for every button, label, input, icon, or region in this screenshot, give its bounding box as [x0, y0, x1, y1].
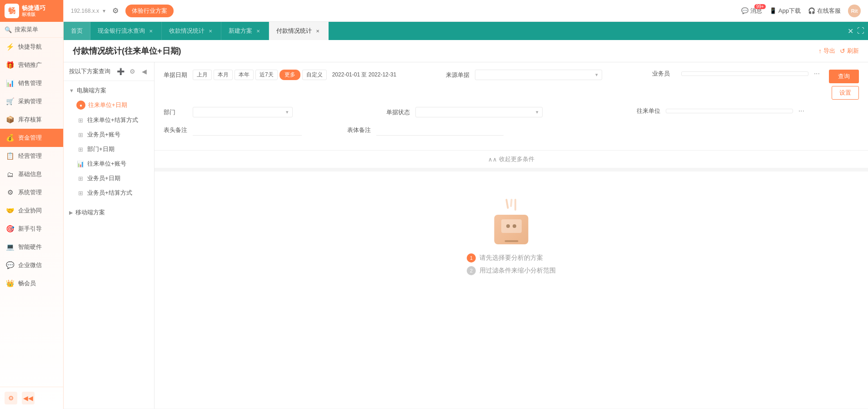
- desktop-section-title[interactable]: ▼ 电脑端方案: [64, 84, 154, 97]
- staff-label: 业务员: [652, 70, 678, 78]
- scheme-grid-icon-2: ⊞: [76, 131, 85, 139]
- date-btn-7days[interactable]: 近7天: [255, 70, 278, 80]
- sidebar-item-member[interactable]: 👑 畅会员: [0, 274, 63, 293]
- online-service-btn[interactable]: 🎧 在线客服: [808, 7, 841, 15]
- tab-close-receivable[interactable]: ✕: [207, 28, 214, 34]
- scheme-item-staff-settlement[interactable]: ⊞ 业务员+结算方式: [64, 186, 154, 200]
- scheme-item-partner-account[interactable]: 📊 往来单位+账号: [64, 157, 154, 171]
- header-remark-input[interactable]: [193, 125, 302, 136]
- sidebar-item-guide[interactable]: 🎯 新手引导: [0, 220, 63, 238]
- sales-icon: 📊: [5, 79, 15, 88]
- dept-label: 部门: [164, 108, 189, 116]
- add-scheme-btn[interactable]: ➕: [116, 67, 125, 76]
- message-badge: 99+: [754, 4, 766, 9]
- scheme-sidebar-header: 按以下方案查询 ➕ ⚙ ◀: [64, 62, 154, 81]
- body-remark-field: 表体备注: [347, 125, 504, 136]
- filter-content: 单据日期 上月 本月 本年 近7天 更多 自定义 2022-01-01 至 20…: [155, 62, 868, 150]
- scheme-settings-btn[interactable]: ⚙: [128, 67, 137, 76]
- tab-new-scheme[interactable]: 新建方案 ✕: [221, 22, 269, 40]
- date-btn-this-year[interactable]: 本年: [234, 70, 254, 80]
- tab-cash-flow[interactable]: 现金银行流水查询 ✕: [90, 22, 162, 40]
- tabs-actions: ✕ ⛶: [844, 22, 868, 40]
- sidebar-item-shortcut[interactable]: ⚡ 快捷导航: [0, 38, 63, 56]
- sidebar-item-operations[interactable]: 📋 经营管理: [0, 147, 63, 165]
- guide-icon: 🎯: [5, 224, 15, 233]
- date-btn-this-month[interactable]: 本月: [214, 70, 233, 80]
- sidebar-item-system[interactable]: ⚙ 系统管理: [0, 183, 63, 202]
- header-settings-btn[interactable]: ⚙: [109, 5, 122, 17]
- dept-arrow-icon: ▾: [286, 109, 289, 115]
- settings-btn[interactable]: 设置: [832, 86, 859, 100]
- export-btn[interactable]: ↑ 导出: [818, 47, 835, 55]
- collapse-bar[interactable]: ∧∧ 收起更多条件: [155, 150, 868, 168]
- user-avatar[interactable]: Rit: [848, 5, 861, 17]
- date-btn-more[interactable]: 更多: [279, 70, 300, 80]
- date-field: 单据日期 上月 本月 本年 近7天 更多 自定义 2022-01-01 至 20…: [164, 70, 396, 80]
- marketing-icon: 🎁: [5, 61, 15, 70]
- collapse-arrow-icon: ∧∧: [488, 156, 497, 163]
- sidebar-item-wechat[interactable]: 💬 企业微信: [0, 256, 63, 274]
- dept-field: 部门 ▾: [164, 107, 293, 117]
- doc-status-select[interactable]: ▾: [415, 107, 543, 117]
- scheme-item-partner-date[interactable]: ● 往来单位+日期: [64, 97, 154, 113]
- sidebar-item-hardware[interactable]: 💻 智能硬件: [0, 238, 63, 256]
- header-dropdown-btn[interactable]: ▾: [103, 8, 105, 14]
- sidebar-item-sales[interactable]: 📊 销售管理: [0, 74, 63, 92]
- divider: [155, 168, 868, 172]
- hardware-icon: 💻: [5, 242, 15, 252]
- search-icon: 🔍: [5, 26, 12, 33]
- sidebar: 畅 畅捷通巧 标准版 🔍 搜索菜单 ⚡ 快捷导航 🎁 营销推广 📊 销售管理 🛒…: [0, 0, 64, 409]
- app-icon: 📱: [769, 7, 777, 14]
- tabs-close-all-btn[interactable]: ✕: [848, 27, 853, 35]
- date-btn-last-month[interactable]: 上月: [193, 70, 212, 80]
- refresh-btn[interactable]: ↺ 刷新: [840, 47, 859, 55]
- header: 192.168.x.x ▾ ⚙ 体验行业方案 💬 消息 99+ 📱 App下载 …: [64, 0, 868, 22]
- date-btn-custom[interactable]: 自定义: [302, 70, 327, 80]
- tab-close-cash-flow[interactable]: ✕: [148, 28, 154, 34]
- sidebar-item-inventory[interactable]: 📦 库存核算: [0, 111, 63, 129]
- sidebar-nav: ⚡ 快捷导航 🎁 营销推广 📊 销售管理 🛒 采购管理 📦 库存核算 💰 资金管…: [0, 38, 63, 387]
- filter-row-2: 部门 ▾ 单据状态 ▾: [164, 107, 859, 117]
- sidebar-search[interactable]: 🔍 搜索菜单: [0, 22, 63, 38]
- message-btn[interactable]: 💬 消息 99+: [741, 7, 762, 15]
- mobile-section-title[interactable]: ▶ 移动端方案: [64, 206, 154, 219]
- partner-ellipsis-btn[interactable]: ···: [798, 107, 804, 115]
- staff-ellipsis-btn[interactable]: ···: [814, 70, 820, 78]
- mobile-arrow-icon: ▶: [69, 210, 73, 216]
- tab-home[interactable]: 首页: [64, 22, 90, 40]
- trial-btn[interactable]: 体验行业方案: [125, 5, 174, 17]
- partner-select[interactable]: [666, 109, 793, 113]
- tab-payment-stat[interactable]: 付款情况统计 ✕: [269, 22, 329, 40]
- filter-row-1: 单据日期 上月 本月 本年 近7天 更多 自定义 2022-01-01 至 20…: [164, 70, 859, 100]
- settings-bottom-btn[interactable]: ⚙: [5, 392, 17, 404]
- scheme-item-staff-date[interactable]: ⊞ 业务员+日期: [64, 171, 154, 186]
- scheme-collapse-btn[interactable]: ◀: [140, 67, 149, 76]
- tab-close-new-scheme[interactable]: ✕: [255, 28, 261, 34]
- staff-select[interactable]: [681, 71, 808, 76]
- message-icon: 💬: [741, 7, 748, 14]
- scheme-item-dept-date[interactable]: ⊞ 部门+日期: [64, 142, 154, 157]
- sidebar-item-base[interactable]: 🗂 基础信息: [0, 165, 63, 183]
- source-doc-select[interactable]: ▾: [475, 70, 602, 80]
- scheme-item-staff-account[interactable]: ⊞ 业务员+账号: [64, 127, 154, 142]
- body-remark-input[interactable]: [376, 125, 504, 136]
- mobile-scheme-section: ▶ 移动端方案: [64, 203, 154, 222]
- purchase-icon: 🛒: [5, 97, 15, 106]
- scheme-chart-icon: 📊: [76, 160, 85, 168]
- source-label: 来源单据: [446, 71, 471, 79]
- tab-close-payment-stat[interactable]: ✕: [314, 28, 321, 34]
- sidebar-item-marketing[interactable]: 🎁 营销推广: [0, 56, 63, 74]
- scheme-item-partner-settlement[interactable]: ⊞ 往来单位+结算方式: [64, 113, 154, 127]
- tabs-expand-btn[interactable]: ⛶: [857, 27, 864, 35]
- dept-select[interactable]: ▾: [193, 107, 293, 117]
- app-download-btn[interactable]: 📱 App下载: [769, 7, 801, 15]
- tab-receivable[interactable]: 收款情况统计 ✕: [162, 22, 221, 40]
- sidebar-item-purchase[interactable]: 🛒 采购管理: [0, 92, 63, 111]
- empty-tip-1: 1 请先选择要分析的方案: [467, 253, 556, 263]
- header-remark-field: 表头备注: [164, 125, 302, 136]
- collapse-sidebar-btn[interactable]: ◀◀: [22, 392, 35, 404]
- query-btn[interactable]: 查询: [829, 70, 859, 83]
- sidebar-item-capital[interactable]: 💰 资金管理: [0, 129, 63, 147]
- empty-state: 1 请先选择要分析的方案 2 用过滤条件来缩小分析范围: [155, 172, 868, 303]
- sidebar-item-enterprise[interactable]: 🤝 企业协同: [0, 202, 63, 220]
